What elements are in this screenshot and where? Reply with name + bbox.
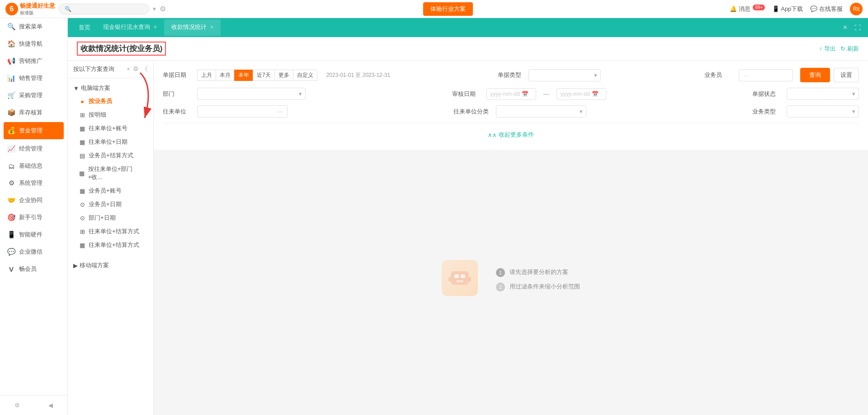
search-icon: 🔍 <box>7 23 15 31</box>
page-header: 收款情况统计(按业务员) ↑ 导出 ↻ 刷新 <box>68 37 868 61</box>
tab-expand-btn[interactable]: ⛶ <box>853 22 863 33</box>
tab-bank-flow-close[interactable]: × <box>154 24 157 30</box>
sidebar-item-system[interactable]: ⚙ 系统管理 <box>0 174 67 192</box>
scheme-partner-account[interactable]: ▦ 往来单位+账号 <box>68 122 153 135</box>
sidebar-collapse-btn[interactable]: ◀‍ <box>46 399 56 411</box>
right-content: 单据日期 上月 本月 本年 近7天 更多 自定义 2023-01-01 至 20… <box>154 61 868 415</box>
partner-input-wrap[interactable]: ··· <box>197 105 288 118</box>
top-bar-right: 🔔 消息 99+ 📱 App下载 💬 在线客服 Rit <box>730 3 863 15</box>
sidebar-item-guide[interactable]: 🎯 新手引导 <box>0 209 67 226</box>
filter-row-1: 单据日期 上月 本月 本年 近7天 更多 自定义 2023-01-01 至 20… <box>163 68 859 82</box>
scheme-by-salesman[interactable]: ● 按业务员 <box>68 94 153 108</box>
settings-icon[interactable]: ⚙ <box>160 5 166 13</box>
sidebar: 🔍 搜索菜单 🏠 快捷导航 📢 营销推广 📊 销售管理 🛒 采购管理 📦 库存核… <box>0 18 68 415</box>
box-icon: 📦 <box>7 108 15 117</box>
partner-category-select[interactable] <box>496 105 586 118</box>
empty-state-steps: 1 请先选择要分析的方案 2 用过滤条件来缩小分析范围 <box>496 268 580 297</box>
sidebar-item-hardware[interactable]: 📱 智能硬件 <box>0 226 67 243</box>
sidebar-settings-btn[interactable]: ⚙ <box>12 399 23 411</box>
message-label: 消息 <box>739 5 750 12</box>
date-tab-custom[interactable]: 自定义 <box>293 70 317 81</box>
robot-illustration <box>446 264 473 292</box>
top-bar-left: 6 畅捷通好生意 标准版 🔍 ▾ ⚙ <box>5 2 166 16</box>
action-buttons: 查询 设置 <box>800 68 859 82</box>
date-tab-last-month[interactable]: 上月 <box>197 70 216 81</box>
svg-rect-1 <box>451 271 469 285</box>
member-icon: V <box>7 265 15 273</box>
message-btn[interactable]: 🔔 消息 99+ <box>730 5 765 13</box>
tab-home[interactable]: 首页 <box>73 20 96 35</box>
top-bar: 6 畅捷通好生意 标准版 🔍 ▾ ⚙ 体验行业方案 🔔 消息 99+ 📱 App… <box>0 0 868 18</box>
sidebar-item-enterprise[interactable]: 🤝 企业协同 <box>0 192 67 209</box>
scheme-partner-date[interactable]: ▦ 往来单位+日期 <box>68 135 153 149</box>
app-download-btn[interactable]: 📱 App下载 <box>772 5 803 13</box>
sidebar-item-basic[interactable]: 🗂 基础信息 <box>0 157 67 174</box>
sidebar-item-finance[interactable]: 💰 资金管理 <box>4 122 64 139</box>
business-type-select-wrap <box>787 105 859 118</box>
doc-type-select[interactable] <box>528 69 601 81</box>
dept-select[interactable] <box>197 88 306 100</box>
review-date-to[interactable]: yyyy-mm-dd 📅 <box>557 88 606 100</box>
calendar-icon: 📅 <box>522 91 528 97</box>
left-panel-header-icons: + ⚙ 《 <box>127 65 148 73</box>
doc-status-label: 单据状态 <box>752 90 779 98</box>
settings-btn[interactable]: 设置 <box>834 68 859 82</box>
query-btn[interactable]: 查询 <box>800 68 830 82</box>
tab-collection[interactable]: 收款情况统计 × <box>164 19 221 36</box>
scheme-icon: ⊙ <box>79 201 86 208</box>
dropdown-icon[interactable]: ▾ <box>153 5 156 12</box>
scheme-partner-settle1[interactable]: ⊞ 往来单位+结算方式 <box>68 225 153 238</box>
date-tab-more[interactable]: 更多 <box>274 70 293 81</box>
gear-icon: ⚙ <box>7 179 15 187</box>
tab-window-close-btn[interactable]: × <box>841 22 849 33</box>
date-tab-this-year[interactable]: 本年 <box>234 70 253 81</box>
date-tab-last7[interactable]: 近7天 <box>253 70 274 81</box>
sidebar-item-purchase[interactable]: 🛒 采购管理 <box>0 87 67 104</box>
mobile-schemes-toggle[interactable]: ▶ 移动端方案 <box>68 259 153 272</box>
app-logo: 6 畅捷通好生意 标准版 <box>5 2 55 16</box>
sidebar-item-marketing[interactable]: 📢 营销推广 <box>0 52 67 70</box>
sidebar-item-sales[interactable]: 📊 销售管理 <box>0 70 67 87</box>
online-service-btn[interactable]: 💬 在线客服 <box>810 5 843 13</box>
doc-type-label: 单据类型 <box>494 71 521 79</box>
tab-collection-close[interactable]: × <box>210 24 213 30</box>
scheme-partner-dept[interactable]: ▦ 按往来单位+部门+收... <box>68 162 153 184</box>
collapse-icon: ∧∧ <box>488 132 497 138</box>
business-type-select[interactable] <box>787 105 859 118</box>
svg-rect-3 <box>461 274 465 278</box>
top-search-bar[interactable]: 🔍 <box>59 4 149 14</box>
partner-more-icon[interactable]: ··· <box>278 108 283 115</box>
date-separator: — <box>543 90 549 97</box>
left-panel-header-label: 按以下方案查询 <box>73 65 124 73</box>
chart-icon: 📊 <box>7 74 15 82</box>
trial-button[interactable]: 体验行业方案 <box>423 2 473 16</box>
doc-status-select[interactable] <box>787 88 859 100</box>
sidebar-item-member[interactable]: V 畅会员 <box>0 260 67 278</box>
desktop-schemes-toggle[interactable]: ▼ 电脑端方案 <box>68 82 153 94</box>
date-tab-this-month[interactable]: 本月 <box>216 70 234 81</box>
sidebar-item-inventory[interactable]: 📦 库存核算 <box>0 104 67 121</box>
scheme-salesman-settle[interactable]: ▤ 业务员+结算方式 <box>68 149 153 162</box>
export-btn[interactable]: ↑ 导出 <box>820 45 836 53</box>
sidebar-item-search[interactable]: 🔍 搜索菜单 <box>0 18 67 35</box>
scheme-partner-settle2[interactable]: ▦ 往来单位+结算方式 <box>68 238 153 252</box>
tab-bank-flow[interactable]: 现金银行流水查询 × <box>96 19 164 36</box>
scheme-dept-date[interactable]: ⊙ 部门+日期 <box>68 211 153 225</box>
salesman-input[interactable]: ··· <box>739 69 793 81</box>
sidebar-item-wechat[interactable]: 💬 企业微信 <box>0 243 67 260</box>
manage-scheme-btn[interactable]: ⚙ <box>133 65 139 73</box>
sidebar-item-quick-nav[interactable]: 🏠 快捷导航 <box>0 35 67 52</box>
scheme-by-detail[interactable]: ⊞ 按明细 <box>68 108 153 122</box>
add-scheme-btn[interactable]: + <box>127 65 130 73</box>
user-avatar[interactable]: Rit <box>850 3 863 15</box>
scheme-salesman-date[interactable]: ⊙ 业务员+日期 <box>68 198 153 211</box>
refresh-btn[interactable]: ↻ 刷新 <box>840 45 859 53</box>
scheme-salesman-account[interactable]: ▦ 业务员+账号 <box>68 184 153 198</box>
collapse-btn[interactable]: ∧∧ 收起更多条件 <box>488 127 534 142</box>
message-badge: 99+ <box>753 5 765 10</box>
collapse-panel-btn[interactable]: 《 <box>142 65 148 73</box>
scheme-icon: ▦ <box>79 138 86 146</box>
empty-step-1: 1 请先选择要分析的方案 <box>496 268 580 277</box>
review-date-from[interactable]: yyyy-mm-dd 📅 <box>486 88 536 100</box>
sidebar-item-operation[interactable]: 📈 经营管理 <box>0 140 67 157</box>
